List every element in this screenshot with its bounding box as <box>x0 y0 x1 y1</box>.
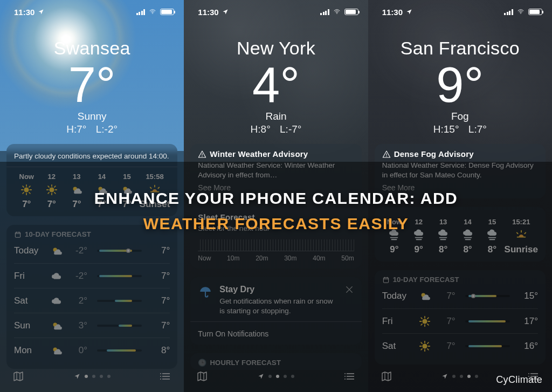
day-high: 7° <box>151 245 170 256</box>
day-row[interactable]: Fri-2°7° <box>14 263 170 288</box>
location-dot-icon <box>258 373 264 380</box>
close-icon[interactable] <box>344 285 354 294</box>
day-high: 7° <box>151 295 170 306</box>
temp-range-bar <box>465 320 510 322</box>
ten-day-title: 10-DAY FORECAST <box>14 230 170 238</box>
day-row[interactable]: Sun3°7° <box>14 313 170 338</box>
day-row[interactable]: Sat7°16° <box>382 333 538 358</box>
hi-value: H:7° <box>66 123 86 135</box>
day-high: 15° <box>520 291 538 301</box>
hour-value: 8° <box>488 244 496 255</box>
hour-slot[interactable]: 129° <box>406 218 431 255</box>
hour-label: 15 <box>488 218 496 226</box>
advisory-panel[interactable]: Dense Fog Advisory National Weather Serv… <box>375 144 546 198</box>
psun-icon <box>50 245 64 257</box>
advisory-body: National Weather Service: Dense Fog Advi… <box>382 161 538 180</box>
map-button[interactable] <box>12 370 25 383</box>
battery-icon <box>528 9 542 15</box>
list-button[interactable] <box>159 370 172 383</box>
stay-dry-panel[interactable]: Stay Dry Get notifications when rain or … <box>190 277 361 345</box>
signal-icon <box>504 9 513 15</box>
hourly-strip[interactable]: Now9°129°138°148°158°15:21Sunrise <box>382 218 538 255</box>
ten-day-panel[interactable]: 10-DAY FORECAST Today-2°7°Fri-2°7°Sat2°7… <box>6 225 177 369</box>
advisory-panel[interactable]: Winter Weather Advisory National Weather… <box>190 144 361 198</box>
list-button[interactable] <box>527 370 540 383</box>
temp-range-bar <box>465 295 510 297</box>
fog-icon <box>437 229 449 241</box>
turn-on-notifications[interactable]: Turn On Notifications <box>198 329 354 338</box>
lo-value: L:-7° <box>280 123 301 135</box>
status-time: 11:30 <box>382 8 403 17</box>
page-dots[interactable] <box>74 373 111 380</box>
phone-swansea: 11:30 Swansea 7° Sunny H:7° L:-2° Partly… <box>0 0 184 392</box>
hour-slot[interactable]: 127° <box>39 173 65 210</box>
day-row[interactable]: Fri7°17° <box>382 308 538 333</box>
map-button[interactable] <box>196 370 209 383</box>
sleet-tick: 50m <box>341 255 354 262</box>
warning-icon <box>382 150 391 159</box>
day-row[interactable]: Sat2°7° <box>14 288 170 313</box>
list-button[interactable] <box>343 370 356 383</box>
wifi-icon <box>516 9 525 15</box>
day-label: Fri <box>14 271 44 281</box>
hour-slot[interactable]: 15:58Sunset <box>140 173 170 210</box>
day-row[interactable]: Today7°15° <box>382 284 538 308</box>
hour-slot[interactable]: 158° <box>480 218 504 255</box>
status-bar: 11:30 <box>368 0 552 24</box>
day-label: Today <box>382 291 412 301</box>
fog-icon <box>413 229 425 241</box>
sunset-icon <box>149 184 161 196</box>
sleet-ticks: Now10m20m30m40m50m <box>198 239 354 262</box>
day-row[interactable]: Today-2°7° <box>14 238 170 263</box>
hour-slot[interactable]: 138° <box>431 218 455 255</box>
hour-label: Now <box>387 218 402 226</box>
bottom-toolbar <box>184 361 368 392</box>
hour-slot[interactable]: Now7° <box>14 173 39 210</box>
sunset-icon <box>515 229 527 241</box>
day-label: Sun <box>14 320 44 331</box>
stay-dry-title: Stay Dry <box>219 285 337 294</box>
hour-value: 7° <box>98 199 106 210</box>
hi-lo: H:8° L:-7° <box>184 123 368 135</box>
advisory-title: Dense Fog Advisory <box>382 149 538 159</box>
current-condition: Sunny <box>0 111 184 122</box>
hour-slot[interactable]: 148° <box>456 218 480 255</box>
page-dots[interactable] <box>441 373 478 380</box>
see-more-link[interactable]: See More <box>198 183 354 192</box>
hi-lo: H:7° L:-2° <box>0 123 184 135</box>
hour-slot[interactable]: 137° <box>64 173 89 210</box>
hour-value: 7° <box>72 199 81 210</box>
hour-label: 15 <box>123 173 130 181</box>
hour-label: 15:21 <box>512 218 530 226</box>
cloud-icon <box>50 270 64 282</box>
map-button[interactable] <box>380 370 393 383</box>
day-label: Fri <box>382 316 412 327</box>
current-temp: 9° <box>368 60 552 109</box>
see-more-link[interactable]: See More <box>382 183 538 192</box>
hour-value: 9° <box>415 244 423 255</box>
hourly-panel[interactable]: Partly cloudy conditions expected around… <box>6 144 177 216</box>
hour-slot[interactable]: 147° <box>89 173 115 210</box>
hour-slot[interactable]: Now9° <box>382 218 406 255</box>
page-dots[interactable] <box>258 373 294 380</box>
day-low: 7° <box>437 316 456 327</box>
sleet-panel[interactable]: Sleet Forecast Sleet for the next hour N… <box>190 207 361 268</box>
hourly-panel[interactable]: Now9°129°138°148°158°15:21Sunrise <box>375 207 546 262</box>
psun-icon <box>50 345 64 356</box>
day-row[interactable]: Mon0°8° <box>14 338 170 362</box>
hour-label: 14 <box>464 218 471 226</box>
temp-range-bar <box>97 325 142 327</box>
phone-sanfrancisco: 11:30 San Francisco 9° Fog H:15° L:7° De… <box>368 0 552 392</box>
hour-value: Sunrise <box>505 244 538 255</box>
signal-icon <box>320 9 329 15</box>
psun-icon <box>71 184 82 196</box>
hour-slot[interactable]: 157° <box>114 173 140 210</box>
hour-slot[interactable]: 15:21Sunrise <box>505 218 538 255</box>
day-low: 2° <box>69 295 87 306</box>
city-name: San Francisco <box>368 38 552 59</box>
hourly-strip[interactable]: Now7°127°137°147°157°15:58Sunset <box>14 173 170 210</box>
day-label: Mon <box>14 345 44 356</box>
hour-value: 7° <box>47 199 56 210</box>
ten-day-panel[interactable]: 10-DAY FORECAST Today7°15°Fri7°17°Sat7°1… <box>375 270 546 365</box>
current-temp: 7° <box>0 60 184 109</box>
